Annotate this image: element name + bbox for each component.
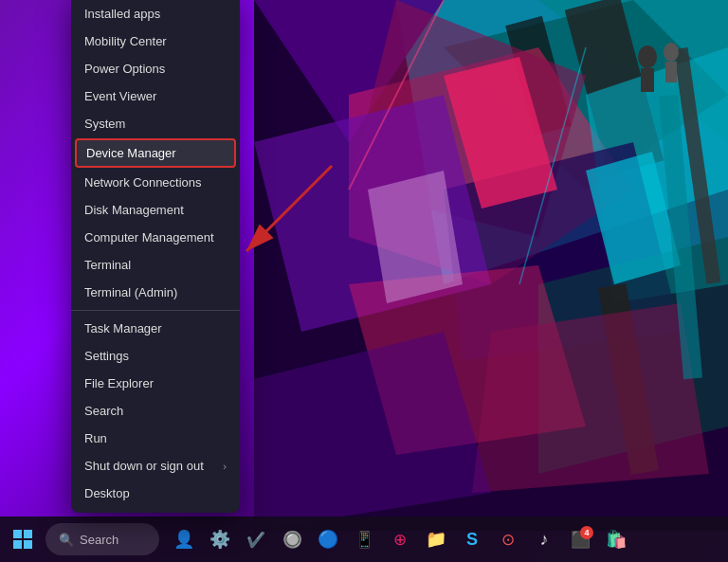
notification-badge: 4 <box>580 526 593 539</box>
menu-item-settings[interactable]: Settings <box>71 342 240 370</box>
music-icon[interactable]: ♪ <box>529 524 559 554</box>
menu-item-computer-management[interactable]: Computer Management <box>71 224 240 251</box>
taskbar-search-bar[interactable]: 🔍 Search <box>46 523 159 555</box>
settings-cog-icon[interactable]: ⚙️ <box>205 524 235 554</box>
taskbar: 🔍 Search 👤 ⚙️ ✔️ 🔘 🔵 📱 ⊕ 📁 S ⊙ ♪ ⬛ 4 🛍️ <box>0 517 728 562</box>
menu-item-power-options[interactable]: Power Options <box>71 55 240 82</box>
svg-rect-25 <box>665 62 677 82</box>
menu-item-search[interactable]: Search <box>71 397 240 425</box>
taskbar-search-label: Search <box>80 533 118 547</box>
desktop: Installed apps Mobility Center Power Opt… <box>0 0 728 562</box>
svg-marker-15 <box>472 303 709 493</box>
menu-item-file-explorer[interactable]: File Explorer <box>71 370 240 397</box>
svg-rect-31 <box>13 540 22 549</box>
menu-item-network-connections[interactable]: Network Connections <box>71 169 240 196</box>
menu-divider <box>71 310 240 311</box>
person-icon[interactable]: 👤 <box>169 524 199 554</box>
svg-rect-29 <box>13 530 22 538</box>
slack-icon[interactable]: ⊕ <box>385 524 415 554</box>
start-button[interactable] <box>8 524 38 554</box>
context-menu: Installed apps Mobility Center Power Opt… <box>71 0 240 513</box>
svg-rect-23 <box>641 68 654 92</box>
file-explorer-icon[interactable]: 📁 <box>421 524 451 554</box>
background-art <box>254 0 728 531</box>
taskbar-icons: 👤 ⚙️ ✔️ 🔘 🔵 📱 ⊕ 📁 S ⊙ ♪ ⬛ 4 🛍️ <box>169 524 631 554</box>
menu-item-task-manager[interactable]: Task Manager <box>71 315 240 342</box>
store-icon[interactable]: 🛍️ <box>601 524 631 554</box>
svg-rect-32 <box>24 540 32 549</box>
record-icon[interactable]: ⊙ <box>493 524 523 554</box>
menu-item-terminal[interactable]: Terminal <box>71 251 240 279</box>
svg-point-24 <box>664 43 679 62</box>
svg-rect-30 <box>24 530 32 538</box>
menu-item-disk-management[interactable]: Disk Management <box>71 196 240 224</box>
taskbar-search-icon: 🔍 <box>59 533 74 547</box>
submenu-arrow-icon: › <box>223 461 227 472</box>
menu-item-device-manager[interactable]: Device Manager <box>75 138 236 168</box>
menu-item-terminal-admin[interactable]: Terminal (Admin) <box>71 279 240 306</box>
menu-item-installed-apps[interactable]: Installed apps <box>71 0 240 27</box>
check-icon[interactable]: ✔️ <box>241 524 271 554</box>
chrome-icon[interactable]: 🔵 <box>313 524 343 554</box>
menu-item-shut-down[interactable]: Shut down or sign out › <box>71 452 240 480</box>
skype-icon[interactable]: S <box>457 524 487 554</box>
notification-icon[interactable]: ⬛ 4 <box>565 524 595 554</box>
phone-link-icon[interactable]: 📱 <box>349 524 379 554</box>
menu-item-run[interactable]: Run <box>71 425 240 452</box>
menu-item-desktop[interactable]: Desktop <box>71 480 240 507</box>
svg-point-22 <box>638 45 657 68</box>
menu-item-mobility-center[interactable]: Mobility Center <box>71 27 240 55</box>
menu-item-system[interactable]: System <box>71 110 240 137</box>
connectivity-icon[interactable]: 🔘 <box>277 524 307 554</box>
menu-item-event-viewer[interactable]: Event Viewer <box>71 82 240 110</box>
